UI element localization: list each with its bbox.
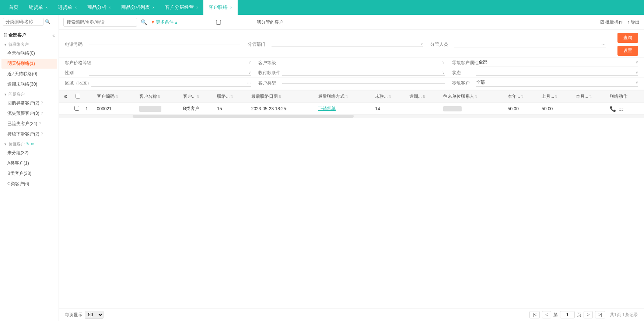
per-page-select[interactable]: 50 100 200 xyxy=(85,311,104,319)
sort-last-month-icon: ⇅ xyxy=(555,95,558,99)
col-last-method[interactable]: 最后联络方式⇅ xyxy=(316,90,373,103)
nav-purchase-order[interactable]: 进货单× xyxy=(53,0,82,15)
sort-contact-count-icon: ⇅ xyxy=(230,95,233,99)
col-settings[interactable]: ⚙ xyxy=(59,90,72,103)
refresh-icon[interactable]: ↻ xyxy=(26,142,29,146)
col-action: 联络动作 xyxy=(608,90,644,103)
last-method-link[interactable]: 下销货单 xyxy=(318,106,336,111)
export-btn[interactable]: ↑ 导出 xyxy=(627,19,640,25)
customer-level-wrap[interactable]: ∨ xyxy=(282,60,444,65)
reset-button[interactable]: 设置 xyxy=(617,46,638,56)
sidebar-item-class-c[interactable]: C类客户(6) xyxy=(1,179,57,189)
price-level-wrap[interactable]: ∨ xyxy=(91,60,251,65)
sidebar-item-ungrouped[interactable]: 未分组(32) xyxy=(1,148,57,158)
search-button[interactable]: 🔍 xyxy=(141,19,147,25)
col-no-contact[interactable]: 未联...⇅ xyxy=(373,90,407,103)
sort-last-method-icon: ⇅ xyxy=(345,95,348,99)
scrollbar-track[interactable] xyxy=(133,115,354,118)
sidebar-item-declining[interactable]: 持续下滑客户(2)? xyxy=(1,129,57,139)
row-checkbox[interactable] xyxy=(74,106,79,111)
nav-product-analysis[interactable]: 商品分析× xyxy=(82,0,116,15)
region-wrap[interactable]: ··· xyxy=(91,80,251,87)
col-type[interactable]: 客户...⇅ xyxy=(181,90,215,103)
dept-input-wrap[interactable]: ∨ xyxy=(272,42,423,47)
select-all-checkbox[interactable] xyxy=(76,94,80,99)
close-customer-contact-icon[interactable]: × xyxy=(230,5,232,10)
sidebar-search-icon[interactable]: 🔍 xyxy=(45,19,50,24)
retail-attr-wrap[interactable]: 全部 ∨ xyxy=(479,59,638,66)
retail-customer-wrap[interactable]: 全部 ∨ xyxy=(476,79,638,87)
horizontal-scrollbar[interactable] xyxy=(59,115,644,118)
manager-dots-icon[interactable]: ··· xyxy=(601,41,606,47)
filter-retail-attr: 零散客户属性 全部 ∨ xyxy=(452,59,638,66)
edit-icon[interactable]: ✏ xyxy=(31,142,34,146)
manager-input-wrap[interactable]: ··· xyxy=(454,41,606,48)
my-customers-checkbox-label[interactable]: 我分管的客户 xyxy=(182,19,283,25)
col-check[interactable] xyxy=(72,90,83,103)
next-page-btn[interactable]: > xyxy=(584,311,593,318)
nav-home[interactable]: 首页 xyxy=(4,0,24,15)
row-check[interactable] xyxy=(72,103,83,115)
row-last-month: 50.00 xyxy=(539,103,573,115)
sidebar-item-churn-warning[interactable]: 流失预警客户(3)? xyxy=(1,108,57,118)
collapse-icon[interactable]: « xyxy=(52,33,55,38)
page-number-input[interactable] xyxy=(560,311,575,318)
close-purchase-order-icon[interactable]: × xyxy=(74,5,77,10)
sort-this-month-icon: ⇅ xyxy=(589,95,592,99)
col-name[interactable]: 客户名称⇅ xyxy=(137,90,181,103)
first-page-btn[interactable]: |< xyxy=(529,311,540,318)
row-this-month xyxy=(574,103,608,115)
page-unit: 页 xyxy=(577,312,581,318)
nav-customer-contact[interactable]: 客户联络× xyxy=(203,0,237,15)
sort-company-contact-icon: ⇅ xyxy=(475,95,478,99)
col-last-month[interactable]: 上月...⇅ xyxy=(539,90,573,103)
customer-type-wrap[interactable] xyxy=(282,83,444,84)
nav-sales-order[interactable]: 销货单× xyxy=(24,0,53,15)
more-conditions-btn[interactable]: ▼ 更多条件 ▲ xyxy=(151,19,178,25)
col-code[interactable]: 客户编码⇅ xyxy=(95,90,137,103)
search-input[interactable] xyxy=(63,18,137,27)
group-problem-customers[interactable]: 问题客户 xyxy=(0,90,59,98)
col-company-contact[interactable]: 往来单位联系人⇅ xyxy=(441,90,505,103)
sort-no-contact-icon: ⇅ xyxy=(388,95,391,99)
my-customers-checkbox[interactable] xyxy=(182,20,255,25)
close-customer-tier-icon[interactable]: × xyxy=(196,5,198,10)
nav-customer-tier[interactable]: 客户分层经营× xyxy=(160,0,203,15)
col-this-month[interactable]: 本月...⇅ xyxy=(574,90,608,103)
query-button[interactable]: 查询 xyxy=(617,33,638,43)
col-this-year[interactable]: 本年...⇅ xyxy=(505,90,539,103)
status-wrap[interactable]: ∨ xyxy=(476,70,638,76)
col-overdue[interactable]: 逾期...⇅ xyxy=(407,90,441,103)
group-pending-contact[interactable]: 待联络客户 xyxy=(0,40,59,48)
company-contact-masked xyxy=(443,106,462,111)
nav-product-analysis-list[interactable]: 商品分析列表× xyxy=(116,0,160,15)
region-dots-icon[interactable]: ··· xyxy=(247,80,251,86)
sidebar-item-churned[interactable]: 已流失客户(24)? xyxy=(1,119,57,129)
gender-wrap[interactable]: ∨ xyxy=(89,70,251,76)
col-last-date[interactable]: 最后联络日期⇅ xyxy=(249,90,316,103)
prev-page-btn[interactable]: < xyxy=(542,311,551,318)
action-phone-icon[interactable]: 📞 xyxy=(610,106,616,112)
sidebar-search-input[interactable] xyxy=(3,18,43,26)
sidebar-item-tomorrow-contact[interactable]: 明天待联络(1) xyxy=(1,59,57,69)
action-more-icon[interactable]: ⚏ xyxy=(619,106,624,112)
close-sales-order-icon[interactable]: × xyxy=(45,5,48,10)
phone-input-wrap[interactable] xyxy=(89,44,240,45)
sidebar-item-7days-contact[interactable]: 近7天待联络(0) xyxy=(1,69,57,79)
sidebar-item-class-b[interactable]: B类客户(33) xyxy=(1,169,57,179)
col-contact-count[interactable]: 联络...⇅ xyxy=(215,90,249,103)
batch-op-btn[interactable]: ☑ 批量操作 xyxy=(600,19,623,25)
payment-wrap[interactable]: ∨ xyxy=(282,70,444,76)
last-page-btn[interactable]: >| xyxy=(595,311,605,318)
row-last-method[interactable]: 下销货单 xyxy=(316,103,373,115)
sidebar-item-abnormal-repurchase[interactable]: 回购异常客户(2)? xyxy=(1,98,57,108)
sidebar-item-class-a[interactable]: A类客户(1) xyxy=(1,158,57,168)
close-product-analysis-icon[interactable]: × xyxy=(109,5,111,10)
close-product-analysis-list-icon[interactable]: × xyxy=(152,5,154,10)
all-customers-title[interactable]: ⠿ 全部客户 « xyxy=(0,29,59,40)
sidebar-item-overdue-contact[interactable]: 逾期未联络(30) xyxy=(1,79,57,89)
group-value-customers[interactable]: 价值客户 ↻ ✏ xyxy=(0,139,59,148)
table-footer: 每页显示 50 100 200 |< < 第 页 > >| 共1页 1条记录 xyxy=(59,308,644,321)
sidebar-item-today-contact[interactable]: 今天待联络(0) xyxy=(1,48,57,58)
filter-actions: 查询 设置 xyxy=(617,33,638,56)
